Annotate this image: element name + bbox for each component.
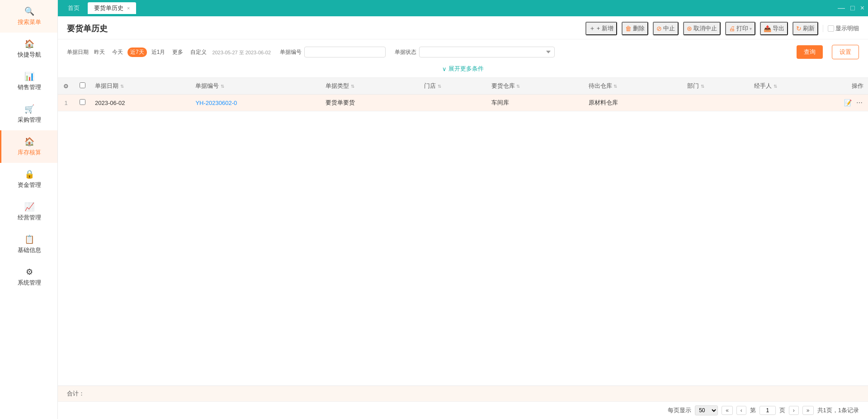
- sort-date-icon[interactable]: ⇅: [120, 84, 124, 89]
- print-button[interactable]: 🖨 打印 ▾: [725, 22, 755, 35]
- status-select[interactable]: [419, 47, 555, 57]
- table-area: ⚙ 单据日期 ⇅ 单据编号 ⇅ 单据类型: [58, 78, 868, 386]
- th-action: 操作: [832, 78, 868, 95]
- toolbar: ＋ + 新增 🗑 删除 ⊘ 中止 ⊛ 取消中止 🖨 打印: [585, 22, 859, 35]
- action-icons: 📝 ⋯: [836, 98, 863, 107]
- th-department: 部门 ⇅: [683, 78, 750, 95]
- sort-department-icon[interactable]: ⇅: [701, 84, 704, 89]
- cancel-stop-icon: ⊛: [687, 25, 692, 32]
- tab-home[interactable]: 首页: [61, 2, 86, 14]
- doc-number-input[interactable]: [304, 47, 386, 57]
- window-close-btn[interactable]: ×: [860, 4, 864, 12]
- filter-area: 单据日期 昨天 今天 近7天 近1月 更多 自定义 2023-05-27 至 2…: [58, 39, 868, 78]
- row-store: [420, 95, 486, 111]
- pagination-bar: 每页显示 50 10 20 100 « ‹ 第 页 › » 共1页，1条记录: [58, 401, 868, 419]
- th-type: 单据类型 ⇅: [321, 78, 420, 95]
- first-page-btn[interactable]: «: [722, 406, 733, 415]
- system-icon: ⚙: [26, 267, 33, 277]
- stop-button[interactable]: ⊘ 中止: [653, 22, 679, 35]
- refresh-icon: ↻: [796, 25, 802, 32]
- th-date: 单据日期 ⇅: [90, 78, 191, 95]
- stop-icon: ⊘: [656, 25, 662, 32]
- sort-store-icon[interactable]: ⇅: [438, 84, 441, 89]
- chevron-down-icon: ∨: [442, 66, 447, 72]
- finance-icon: 🔒: [24, 169, 34, 179]
- tab-requisition-history[interactable]: 要货单历史 ×: [88, 2, 136, 14]
- page-title: 要货单历史: [67, 23, 585, 34]
- table-footer: 合计：: [58, 386, 868, 401]
- sort-pending-warehouse-icon[interactable]: ⇅: [613, 84, 617, 89]
- tab-close-icon[interactable]: ×: [127, 5, 130, 11]
- row-number: YH-20230602-0: [191, 95, 321, 111]
- next-page-btn[interactable]: ›: [789, 406, 799, 415]
- per-page-select[interactable]: 50 10 20 100: [695, 405, 718, 415]
- th-pending-warehouse: 待出仓库 ⇅: [584, 78, 683, 95]
- sidebar-item-finance[interactable]: 🔒 资金管理: [0, 163, 57, 195]
- row-checkbox[interactable]: [80, 99, 85, 105]
- row-more-icon[interactable]: ⋯: [855, 98, 863, 107]
- sidebar: 🔍 搜索菜单 🏠 快捷导航 📊 销售管理 🛒 采购管理 🏠 库存核算 🔒 资金管…: [0, 0, 58, 419]
- th-handler: 经手人 ⇅: [750, 78, 832, 95]
- filter-status: 单据状态: [395, 47, 788, 57]
- filter-row-1: 单据日期 昨天 今天 近7天 近1月 更多 自定义 2023-05-27 至 2…: [67, 45, 859, 59]
- sort-number-icon[interactable]: ⇅: [221, 84, 224, 89]
- purchase-icon: 🛒: [24, 104, 34, 114]
- row-check[interactable]: [74, 95, 90, 111]
- sort-handler-icon[interactable]: ⇅: [774, 84, 777, 89]
- date-range-display: 2023-05-27 至 2023-06-02: [212, 49, 271, 56]
- page-content: 要货单历史 ＋ + 新增 🗑 删除 ⊘ 中止 ⊛ 取消中止: [58, 16, 868, 419]
- row-edit-icon[interactable]: 📝: [843, 98, 853, 107]
- sales-icon: 📊: [24, 71, 34, 81]
- toolbar-divider: [823, 25, 823, 32]
- row-number-link[interactable]: YH-20230602-0: [195, 100, 237, 106]
- cancel-stop-button[interactable]: ⊛ 取消中止: [683, 22, 721, 35]
- sort-req-warehouse-icon[interactable]: ⇅: [516, 84, 520, 89]
- prev-page-btn[interactable]: ‹: [736, 406, 746, 415]
- sidebar-item-inventory[interactable]: 🏠 库存核算: [0, 130, 57, 163]
- basic-info-icon: 📋: [24, 234, 34, 244]
- th-check[interactable]: [74, 78, 90, 95]
- refresh-button[interactable]: ↻ 刷新: [793, 22, 818, 35]
- th-store: 门店 ⇅: [420, 78, 486, 95]
- export-button[interactable]: 📤 导出: [760, 22, 788, 35]
- row-type: 要货单要货: [321, 95, 420, 111]
- row-handler: [750, 95, 832, 111]
- filter-date: 单据日期 昨天 今天 近7天 近1月 更多 自定义 2023-05-27 至 2…: [67, 48, 271, 57]
- export-icon: 📤: [764, 25, 771, 32]
- delete-button[interactable]: 🗑 删除: [622, 22, 648, 35]
- quick-nav-icon: 🏠: [24, 39, 34, 49]
- sidebar-item-search-menu[interactable]: 🔍 搜索菜单: [0, 0, 57, 33]
- date-btn-yesterday[interactable]: 昨天: [91, 48, 108, 57]
- query-button[interactable]: 查询: [797, 45, 823, 59]
- select-all-checkbox[interactable]: [80, 82, 85, 88]
- th-settings[interactable]: ⚙: [58, 78, 74, 95]
- add-button[interactable]: ＋ + 新增: [585, 22, 617, 35]
- inventory-icon: 🏠: [24, 137, 34, 147]
- operations-icon: 📈: [24, 202, 34, 212]
- expand-more-btn[interactable]: ∨ 展开更多条件: [67, 63, 859, 75]
- settings-button[interactable]: 设置: [832, 45, 859, 59]
- sidebar-item-purchase[interactable]: 🛒 采购管理: [0, 98, 57, 130]
- last-page-btn[interactable]: »: [802, 406, 814, 415]
- sort-type-icon[interactable]: ⇅: [351, 84, 354, 89]
- sidebar-item-operations[interactable]: 📈 经营管理: [0, 195, 57, 228]
- date-btn-more[interactable]: 更多: [170, 48, 186, 57]
- date-btn-group: 昨天 今天 近7天 近1月 更多 自定义: [91, 48, 209, 57]
- row-pending-warehouse: 原材料仓库: [584, 95, 683, 111]
- sidebar-item-basic-info[interactable]: 📋 基础信息: [0, 228, 57, 261]
- date-btn-last-month[interactable]: 近1月: [149, 48, 168, 57]
- window-maximize-btn[interactable]: □: [850, 4, 855, 12]
- window-minimize-btn[interactable]: —: [838, 4, 845, 12]
- page-number-input[interactable]: [760, 406, 776, 415]
- sidebar-item-quick-nav[interactable]: 🏠 快捷导航: [0, 33, 57, 65]
- th-req-warehouse: 要货仓库 ⇅: [487, 78, 584, 95]
- sidebar-item-system[interactable]: ⚙ 系统管理: [0, 261, 57, 293]
- display-detail-checkbox[interactable]: 显示明细: [828, 24, 859, 33]
- sidebar-item-sales[interactable]: 📊 销售管理: [0, 65, 57, 98]
- add-icon: ＋: [589, 24, 595, 33]
- date-btn-custom[interactable]: 自定义: [188, 48, 209, 57]
- row-date: 2023-06-02: [90, 95, 191, 111]
- date-btn-today[interactable]: 今天: [109, 48, 126, 57]
- tab-bar: 首页 要货单历史 × — □ ×: [58, 0, 868, 16]
- date-btn-last7days[interactable]: 近7天: [127, 48, 147, 57]
